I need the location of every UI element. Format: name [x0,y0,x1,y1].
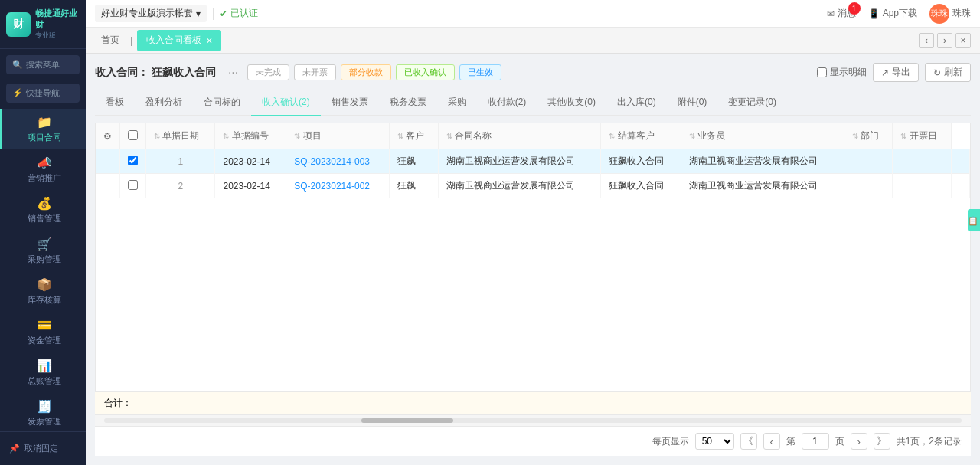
row-checkbox[interactable] [120,149,146,174]
per-page-select[interactable]: 50 20 100 [695,433,734,450]
sort-icon: ⇅ [397,132,403,140]
next-page-button[interactable]: › [851,433,867,450]
prev-page-button[interactable]: ‹ [763,433,780,450]
search-menu-button[interactable]: 🔍 搜索菜单 [6,55,80,74]
row-customer-1: 湖南卫视商业运营发展有限公司 [438,149,601,174]
export-button[interactable]: ↗ 导出 [873,63,919,82]
table-row[interactable]: 1 2023-02-14 SQ-20230214-003 狂飙 湖南卫视商业运营… [96,149,970,174]
tab-nav-next[interactable]: › [937,33,952,48]
project-header[interactable]: ⇅ 项目 [286,123,390,149]
quick-nav-button[interactable]: ⚡ 快捷导航 [6,84,80,103]
tab-nav-close[interactable]: × [956,33,971,48]
row-checkbox-2[interactable] [120,174,146,198]
chevron-down-icon: ▾ [196,8,201,19]
scrollbar-thumb[interactable] [361,418,453,423]
date-header[interactable]: ⇅ 单据日期 [146,123,215,149]
total-label: 合计： [104,397,132,410]
tab-contract-subject[interactable]: 合同标的 [193,90,251,116]
sidebar-item-project[interactable]: 📁 项目合同 [0,109,86,149]
tab-warehouse[interactable]: 出入库(0) [606,90,667,116]
user-avatar[interactable]: 珠珠 珠珠 [929,4,971,24]
tab-profit[interactable]: 盈利分析 [135,90,193,116]
tab-tax-invoice[interactable]: 税务发票 [379,90,437,116]
tab-board[interactable]: 看板 [95,90,135,116]
tab-other-income[interactable]: 其他收支(0) [537,90,606,116]
sidebar-item-funds[interactable]: 💳 资金管理 [0,312,86,352]
checkbox-header[interactable] [120,123,146,149]
page-content: 收入合同： 狂飙收入合同 ··· 未完成 未开票 部分收款 已收入确认 已生效 … [86,54,980,465]
tab-revenue-confirm[interactable]: 收入确认(2) [251,90,321,116]
status-incomplete[interactable]: 未完成 [247,64,289,80]
row-project-1: 狂飙 [390,149,438,174]
sort-icon: ⇅ [446,132,452,140]
invoice-icon: 🧾 [37,399,52,414]
tab-nav: ‹ › × [919,33,971,48]
show-detail-input[interactable] [817,67,827,77]
avatar: 珠珠 [929,4,949,24]
sidebar-item-sales[interactable]: 💰 销售管理 [0,190,86,231]
tab-sales-invoice[interactable]: 销售发票 [321,90,379,116]
settings-header[interactable]: ⚙ [96,123,120,149]
salesperson-header[interactable]: ⇅ 业务员 [681,123,844,149]
row-date-1: 2023-02-14 [215,149,286,174]
status-effective[interactable]: 已生效 [459,64,501,80]
status-confirmed[interactable]: 已收入确认 [396,64,455,80]
show-detail-checkbox[interactable]: 显示明细 [817,66,867,79]
row-number-link-1[interactable]: SQ-20230214-003 [294,156,370,167]
refresh-button[interactable]: ↻ 刷新 [925,63,971,82]
project-icon: 📁 [37,115,52,129]
tab-nav-prev[interactable]: ‹ [919,33,934,48]
open-date-header[interactable]: ⇅ 开票日 [893,123,952,149]
sidebar-item-invoice[interactable]: 🧾 发票管理 [0,393,86,431]
more-button[interactable]: ··· [228,66,238,80]
sort-icon: ⇅ [689,132,695,140]
row-number-1: SQ-20230214-003 [286,149,390,174]
refresh-icon: ↻ [933,67,941,78]
tab-payment[interactable]: 收付款(2) [477,90,537,116]
department-header[interactable]: ⇅ 部门 [844,123,892,149]
page-input[interactable] [802,433,829,450]
status-partial[interactable]: 部分收款 [341,64,391,80]
logo-text: 畅捷通好业财 专业版 [35,8,80,41]
last-page-button[interactable]: 》 [874,433,890,450]
contract-name-header[interactable]: ⇅ 合同名称 [438,123,601,149]
number-header[interactable]: ⇅ 单据编号 [215,123,286,149]
tab-change-log[interactable]: 变更记录(0) [717,90,787,116]
tab-separator: | [130,35,132,46]
tab-close-icon[interactable]: × [206,35,212,46]
tab-purchase[interactable]: 采购 [437,90,477,116]
company-selector[interactable]: 好业财专业版演示帐套 ▾ [95,5,207,22]
pagination: 每页显示 50 20 100 《 ‹ 第 页 › 》 共1页，2条记录 [95,426,971,456]
sidebar-item-inventory[interactable]: 📦 库存核算 [0,271,86,312]
sales-icon: 💰 [37,196,52,211]
right-panel-button[interactable]: 📋 [968,209,980,231]
certified-badge: ✔ 已认证 [220,7,258,20]
customer-header[interactable]: ⇅ 客户 [390,123,438,149]
main-content: 好业财专业版演示帐套 ▾ ✔ 已认证 ✉ 消息 1 📱 App下载 珠珠 珠珠 [86,0,980,465]
scrollbar-track[interactable] [104,418,962,423]
tab-contract-board[interactable]: 收入合同看板 × [137,30,221,51]
sort-icon: ⇅ [154,132,160,140]
horizontal-scrollbar[interactable] [95,414,971,426]
status-no-invoice[interactable]: 未开票 [294,64,336,80]
sort-icon: ⇅ [223,132,229,140]
select-all-checkbox[interactable] [128,130,138,140]
table-row[interactable]: 2 2023-02-14 SQ-20230214-002 狂飙 湖南卫视商业运营… [96,174,970,198]
first-page-button[interactable]: 《 [740,433,757,450]
row-number-link-2[interactable]: SQ-20230214-002 [294,181,370,192]
row-settings-2 [96,174,120,198]
quick-nav-area: ⚡ 快捷导航 [0,80,86,109]
sidebar-nav: 📁 项目合同 📣 营销推广 💰 销售管理 🛒 采购管理 📦 库存核算 💳 资金管… [0,109,86,431]
tab-home[interactable]: 首页 [95,34,126,47]
sidebar-item-general[interactable]: 📊 总账管理 [0,352,86,393]
settle-customer-header[interactable]: ⇅ 结算客户 [601,123,681,149]
sidebar-item-purchase[interactable]: 🛒 采购管理 [0,231,86,271]
unpin-button[interactable]: 📌 取消固定 [6,438,80,459]
topbar-divider [213,8,214,20]
sidebar-item-marketing[interactable]: 📣 营销推广 [0,149,86,190]
row-contract-1: 狂飙收入合同 [601,149,681,174]
tab-attachments[interactable]: 附件(0) [667,90,718,116]
message-icon: ✉ [827,8,835,19]
app-download-button[interactable]: 📱 App下载 [868,7,917,20]
message-button[interactable]: ✉ 消息 1 [827,7,856,20]
